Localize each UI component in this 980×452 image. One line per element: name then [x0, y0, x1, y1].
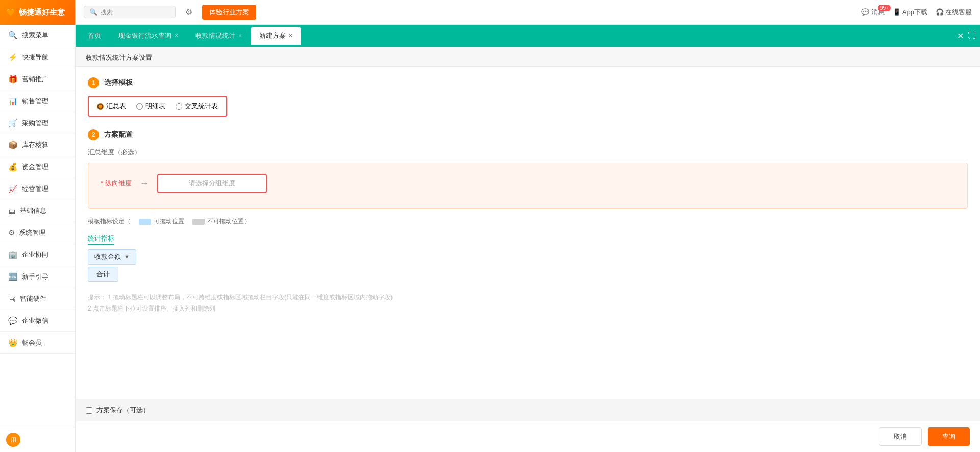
- sidebar-item-corp[interactable]: 🏢 企业协同: [0, 244, 75, 266]
- sidebar-label-guide: 新手引导: [22, 272, 48, 281]
- gear-icon: ⚙: [185, 7, 192, 17]
- dimension-row: 纵向维度 → 请选择分组维度: [101, 174, 955, 193]
- legend-gray-dot: [192, 219, 205, 225]
- sidebar-item-operation[interactable]: 📈 经营管理: [0, 178, 75, 200]
- sidebar-icon-operation: 📈: [8, 184, 18, 194]
- step1-header: 1 选择模板: [88, 77, 968, 88]
- metrics-legend: 模板指标设定（ 可拖动位置 不可拖动位置）: [88, 217, 968, 226]
- dimension-section-label: 汇总维度（必选）: [88, 148, 968, 157]
- search-input[interactable]: [101, 9, 162, 16]
- step2-header: 2 方案配置: [88, 129, 968, 140]
- cancel-button[interactable]: 取消: [879, 427, 922, 446]
- sidebar-item-quick-nav[interactable]: ⚡ 快捷导航: [0, 46, 75, 68]
- sidebar-label-search-menu: 搜索菜单: [22, 31, 48, 40]
- close-window-icon[interactable]: ✕: [957, 31, 964, 41]
- sidebar-item-finance[interactable]: 💰 资金管理: [0, 156, 75, 178]
- step2-title: 方案配置: [104, 130, 133, 139]
- tabbar: 首页现金银行流水查询 ×收款情况统计 ×新建方案 × ✕ ⛶: [76, 25, 980, 47]
- step2-num: 2: [88, 129, 99, 140]
- message-link[interactable]: 💬 消息 99+: [861, 8, 885, 17]
- sidebar-label-member: 畅会员: [22, 338, 42, 347]
- tab-label-3: 新建方案: [259, 31, 286, 40]
- step1-section: 1 选择模板 汇总表 明细表 交叉统计表: [88, 77, 968, 117]
- headset-icon: 🎧: [936, 8, 944, 16]
- sidebar-icon-marketing: 🎁: [8, 75, 18, 84]
- template-select-box: 汇总表 明细表 交叉统计表: [88, 96, 227, 117]
- tab-close-3[interactable]: ×: [289, 32, 292, 39]
- sidebar-icon-finance: 💰: [8, 162, 18, 172]
- radio-summary[interactable]: 汇总表: [97, 102, 126, 111]
- sidebar-item-wechat[interactable]: 💬 企业微信: [0, 310, 75, 332]
- tab-2[interactable]: 收款情况统计 ×: [187, 27, 250, 45]
- query-button[interactable]: 查询: [928, 427, 970, 446]
- sidebar-icon-sales: 📊: [8, 97, 18, 106]
- arrow-icon: →: [140, 178, 149, 189]
- sidebar-item-guide[interactable]: 🆕 新手引导: [0, 266, 75, 288]
- content-area: 收款情况统计方案设置 1 选择模板 汇总表 明细表: [76, 47, 980, 421]
- sidebar-label-inventory: 库存核算: [22, 140, 48, 150]
- radio-summary-input[interactable]: [97, 103, 104, 110]
- vertical-dim-label: 纵向维度: [101, 179, 132, 188]
- sidebar-icon-member: 👑: [8, 338, 18, 347]
- config-panel: 纵向维度 → 请选择分组维度: [88, 163, 968, 209]
- config-section: 汇总维度（必选） 纵向维度 → 请选择分组维度 模板指标设定（: [88, 148, 968, 314]
- save-checkbox[interactable]: [86, 407, 92, 414]
- save-label[interactable]: 方案保存（可选）: [96, 406, 150, 415]
- download-link[interactable]: 📱 App下载: [893, 8, 927, 17]
- metrics-tag[interactable]: 收款金额 ▼: [88, 249, 136, 265]
- tab-3[interactable]: 新建方案 ×: [251, 27, 301, 45]
- sidebar-item-member[interactable]: 👑 畅会员: [0, 332, 75, 354]
- legend-gray-label: 不可拖动位置）: [207, 217, 250, 226]
- tab-0[interactable]: 首页: [80, 27, 109, 45]
- sidebar-icon-corp: 🏢: [8, 250, 18, 259]
- sidebar-icon-basic: 🗂: [8, 207, 16, 216]
- logo-icon: 🧡: [6, 8, 16, 17]
- sidebar-item-system[interactable]: ⚙ 系统管理: [0, 222, 75, 244]
- legend-blue-dot: [139, 219, 151, 225]
- metrics-section-title: 模板指标设定（: [88, 217, 131, 226]
- sidebar-item-marketing[interactable]: 🎁 营销推广: [0, 68, 75, 90]
- industry-btn[interactable]: 体验行业方案: [202, 5, 256, 20]
- sidebar-label-system: 系统管理: [19, 228, 45, 237]
- gear-button[interactable]: ⚙: [182, 5, 196, 19]
- sidebar-icon-inventory: 📦: [8, 140, 18, 150]
- tab-label-1: 现金银行流水查询: [118, 31, 172, 40]
- tab-1[interactable]: 现金银行流水查询 ×: [110, 27, 186, 45]
- main-area: 🔍 ⚙ 体验行业方案 💬 消息 99+ 📱 App下载 🎧 在线客服 首页现金银…: [76, 0, 980, 452]
- app-name: 畅捷通好生意: [19, 8, 65, 17]
- sidebar-item-search-menu[interactable]: 🔍 搜索菜单: [0, 25, 75, 46]
- radio-detail-input[interactable]: [136, 103, 143, 110]
- sidebar-item-hardware[interactable]: 🖨 智能硬件: [0, 288, 75, 310]
- maximize-icon[interactable]: ⛶: [968, 31, 976, 41]
- metrics-subtag: 合计: [88, 267, 118, 282]
- sidebar-label-finance: 资金管理: [22, 162, 48, 172]
- metrics-tag-label: 收款金额: [94, 252, 121, 261]
- tabbar-controls: ✕ ⛶: [957, 31, 976, 41]
- service-link[interactable]: 🎧 在线客服: [936, 8, 972, 17]
- radio-cross-input[interactable]: [176, 103, 182, 110]
- sidebar-icon-wechat: 💬: [8, 316, 18, 325]
- radio-cross[interactable]: 交叉统计表: [176, 102, 218, 111]
- sidebar-icon-hardware: 🖨: [8, 295, 16, 303]
- search-box[interactable]: 🔍: [84, 6, 176, 18]
- dim-select-btn[interactable]: 请选择分组维度: [157, 174, 267, 193]
- sidebar-item-purchase[interactable]: 🛒 采购管理: [0, 112, 75, 134]
- step1-num: 1: [88, 77, 99, 88]
- radio-summary-label: 汇总表: [106, 102, 126, 111]
- page-header: 收款情况统计方案设置: [76, 47, 980, 67]
- radio-detail[interactable]: 明细表: [136, 102, 165, 111]
- sidebar-item-basic[interactable]: 🗂 基础信息: [0, 200, 75, 222]
- sidebar-icon-search-menu: 🔍: [8, 31, 18, 40]
- hint-line2: 2.点击标题栏下拉可设置排序、插入列和删除列: [88, 303, 968, 315]
- topbar: 🔍 ⚙ 体验行业方案 💬 消息 99+ 📱 App下载 🎧 在线客服: [76, 0, 980, 25]
- tab-close-2[interactable]: ×: [238, 32, 242, 39]
- hints: 提示： 1.拖动标题栏可以调整布局，不可跨维度或指标区域拖动栏目字段(只能在同一…: [88, 292, 968, 314]
- radio-detail-label: 明细表: [145, 102, 165, 111]
- action-bar: 取消 查询: [76, 421, 980, 452]
- tab-close-1[interactable]: ×: [175, 32, 178, 39]
- topbar-right: 💬 消息 99+ 📱 App下载 🎧 在线客服: [861, 8, 972, 17]
- sidebar-item-inventory[interactable]: 📦 库存核算: [0, 134, 75, 156]
- sidebar-item-sales[interactable]: 📊 销售管理: [0, 90, 75, 112]
- legend-gray: 不可拖动位置）: [192, 217, 250, 226]
- metrics-sub-label: 合计: [96, 270, 110, 279]
